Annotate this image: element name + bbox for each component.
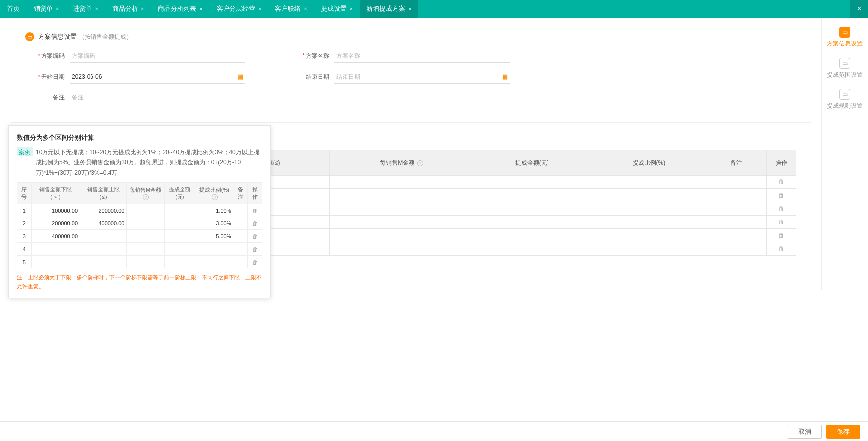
- example-tag: 案例: [17, 147, 33, 156]
- col-header: 每销售M金额 ?: [330, 150, 473, 176]
- top-tab-bar: 首页销货单×进货单×商品分析×商品分析列表×客户分层经营×客户联络×提成设置×新…: [0, 0, 868, 18]
- tab-进货单[interactable]: 进货单×: [66, 0, 105, 18]
- right-step-nav: ▭方案信息设置▭提成范围设置▭提成规则设置: [821, 18, 868, 290]
- plan-info-panel: ▭ 方案信息设置 （按销售金额提成） *方案编码 *方案名称 *开始日期 ▦: [10, 23, 811, 123]
- step-0[interactable]: ▭方案信息设置: [822, 27, 868, 48]
- step-icon: ▭: [839, 89, 850, 100]
- panel-icon: ▭: [25, 32, 34, 41]
- delete-icon[interactable]: 🗑: [252, 220, 258, 226]
- delete-icon[interactable]: 🗑: [252, 233, 258, 239]
- example-text: 10万元以下无提成；10~20万元提成比例为1%；20~40万提成比例为3%；4…: [36, 147, 262, 177]
- delete-icon[interactable]: 🗑: [252, 246, 258, 252]
- mini-col-header: 销售金额上限（≤）: [80, 183, 127, 204]
- tab-close-icon[interactable]: ×: [56, 6, 59, 12]
- tab-close-icon[interactable]: ×: [304, 6, 307, 12]
- help-icon[interactable]: ?: [417, 160, 423, 166]
- delete-icon[interactable]: 🗑: [778, 178, 784, 185]
- step-icon: ▭: [839, 58, 850, 69]
- delete-icon[interactable]: 🗑: [778, 205, 784, 212]
- code-input[interactable]: [70, 49, 245, 63]
- delete-icon[interactable]: 🗑: [778, 232, 784, 239]
- col-header: 备注: [707, 150, 766, 176]
- tab-close-icon[interactable]: ×: [350, 6, 353, 12]
- help-icon: ?: [143, 194, 149, 200]
- remark-label: 备注: [53, 94, 65, 101]
- tab-销货单[interactable]: 销货单×: [27, 0, 66, 18]
- tab-新增提成方案[interactable]: 新增提成方案×: [360, 0, 418, 18]
- start-date-input[interactable]: [70, 70, 245, 84]
- mini-col-header: 提成比例(%) ?: [195, 183, 233, 204]
- tab-close-icon[interactable]: ×: [199, 6, 202, 12]
- col-header: 提成比例(%): [591, 150, 707, 176]
- step-icon: ▭: [839, 27, 850, 38]
- end-date-label: 结束日期: [306, 73, 329, 80]
- col-header: 操作: [767, 150, 796, 176]
- tab-close-icon[interactable]: ×: [141, 6, 144, 12]
- delete-icon[interactable]: 🗑: [778, 245, 784, 252]
- tab-提成设置[interactable]: 提成设置×: [314, 0, 360, 18]
- tab-商品分析列表[interactable]: 商品分析列表×: [151, 0, 209, 18]
- delete-icon[interactable]: 🗑: [252, 259, 258, 265]
- mini-col-header: 操作: [248, 183, 262, 204]
- tooltip-note: 注：上限必须大于下限；多个阶梯时，下一个阶梯下限需等于前一阶梯上限；不同行之间下…: [17, 273, 262, 290]
- code-label: 方案编码: [41, 52, 65, 59]
- mini-col-header: 序号: [17, 183, 32, 204]
- delete-icon[interactable]: 🗑: [252, 208, 258, 214]
- tooltip-table: 序号销售金额下限（＞）销售金额上限（≤）每销售M金额 ?提成金额(元)提成比例(…: [17, 182, 262, 268]
- delete-icon[interactable]: 🗑: [778, 192, 784, 199]
- tabbar-close-button[interactable]: ×: [850, 0, 868, 18]
- mini-row: 3400000.005.00%🗑: [17, 230, 262, 243]
- mini-row: 5🗑: [17, 256, 262, 268]
- step-2[interactable]: ▭提成规则设置: [822, 89, 868, 110]
- tab-客户联络[interactable]: 客户联络×: [268, 0, 314, 18]
- mini-col-header: 备注: [233, 183, 248, 204]
- step-1[interactable]: ▭提成范围设置: [822, 58, 868, 79]
- tab-close-icon[interactable]: ×: [408, 6, 411, 12]
- help-icon: ?: [212, 194, 218, 200]
- mini-row: 4🗑: [17, 243, 262, 256]
- mini-row: 2200000.00400000.003.00%🗑: [17, 217, 262, 230]
- panel-title: 方案信息设置: [38, 32, 77, 41]
- delete-icon[interactable]: 🗑: [778, 219, 784, 225]
- tab-close-icon[interactable]: ×: [95, 6, 98, 12]
- start-date-label: 开始日期: [41, 73, 65, 80]
- interval-tooltip: 数值分为多个区间分别计算 案例 10万元以下无提成；10~20万元提成比例为1%…: [8, 125, 271, 290]
- name-input[interactable]: [334, 49, 510, 63]
- mini-row: 1100000.00200000.001.00%🗑: [17, 204, 262, 217]
- tab-商品分析[interactable]: 商品分析×: [105, 0, 151, 18]
- end-date-input[interactable]: [334, 70, 510, 84]
- tab-客户分层经营[interactable]: 客户分层经营×: [210, 0, 268, 18]
- mini-col-header: 提成金额(元): [164, 183, 195, 204]
- remark-input[interactable]: [70, 90, 245, 104]
- mini-col-header: 销售金额下限（＞）: [31, 183, 80, 204]
- tooltip-title: 数值分为多个区间分别计算: [17, 133, 262, 142]
- name-label: 方案名称: [306, 52, 329, 59]
- col-header: 提成金额(元): [473, 150, 591, 176]
- tab-首页[interactable]: 首页: [0, 0, 27, 18]
- tab-close-icon[interactable]: ×: [258, 6, 261, 12]
- panel-subtitle: （按销售金额提成）: [79, 33, 132, 41]
- mini-col-header: 每销售M金额 ?: [127, 183, 164, 204]
